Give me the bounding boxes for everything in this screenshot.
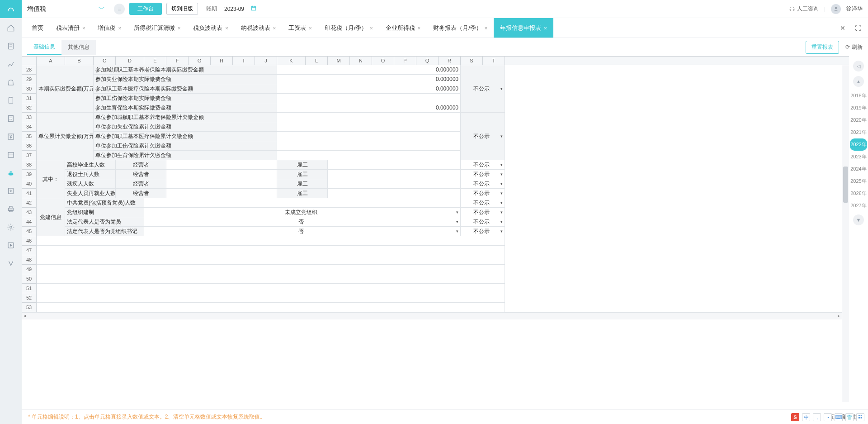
value-cell[interactable] — [328, 160, 461, 170]
tab-所得税汇算清缴[interactable]: 所得税汇算清缴× — [127, 18, 187, 38]
col-header-H[interactable]: H — [211, 57, 233, 65]
tab-纳税波动表[interactable]: 纳税波动表× — [235, 18, 282, 38]
row-header[interactable]: 40 — [22, 179, 37, 189]
value-cell[interactable] — [328, 179, 461, 189]
row-header[interactable]: 29 — [22, 75, 37, 84]
col-header-F[interactable]: F — [166, 57, 189, 65]
old-version-button[interactable]: 切到旧版 — [166, 3, 198, 15]
row-header[interactable]: 38 — [22, 160, 37, 170]
col-header-N[interactable]: N — [350, 57, 372, 65]
nav-clipboard-icon[interactable] — [0, 92, 22, 109]
ime-icon[interactable]: ⌨ — [835, 413, 843, 421]
col-header-T[interactable]: T — [483, 57, 505, 65]
row-header[interactable]: 46 — [22, 236, 37, 246]
year-down-icon[interactable]: ▼ — [853, 214, 864, 225]
display-select[interactable]: 不公示 — [461, 227, 505, 236]
col-header-M[interactable]: M — [328, 57, 350, 65]
year-2026年[interactable]: 2026年 — [850, 187, 867, 200]
row-header[interactable]: 41 — [22, 189, 37, 198]
row-header[interactable]: 34 — [22, 122, 37, 132]
display-select[interactable]: 不公示 — [461, 170, 505, 179]
display-select[interactable]: 不公示 — [461, 179, 505, 189]
col-header-I[interactable]: I — [233, 57, 255, 65]
value-cell[interactable]: 未成立党组织 — [144, 208, 461, 217]
nav-calendar-icon[interactable] — [0, 147, 22, 163]
tab-年报信息申报表[interactable]: 年报信息申报表× — [494, 18, 553, 38]
col-header-K[interactable]: K — [277, 57, 306, 65]
empty-cell[interactable] — [37, 274, 505, 284]
year-2018年[interactable]: 2018年 — [850, 90, 867, 102]
vertical-scrollbar[interactable] — [842, 65, 849, 402]
year-2019年[interactable]: 2019年 — [850, 102, 867, 114]
col-header-L[interactable]: L — [306, 57, 328, 65]
year-2020年[interactable]: 2020年 — [850, 114, 867, 126]
tab-财务报表（月/季）[interactable]: 财务报表（月/季）× — [427, 18, 494, 38]
row-header[interactable]: 36 — [22, 141, 37, 151]
year-2024年[interactable]: 2024年 — [850, 163, 867, 175]
col-header-Q[interactable]: Q — [416, 57, 439, 65]
nav-currency-icon[interactable] — [0, 129, 22, 145]
year-2021年[interactable]: 2021年 — [850, 126, 867, 138]
col-header-S[interactable]: S — [461, 57, 483, 65]
value-cell[interactable] — [328, 170, 461, 179]
col-header-G[interactable]: G — [189, 57, 211, 65]
ime-icon[interactable]: 中 — [802, 413, 810, 421]
close-icon[interactable]: × — [544, 25, 547, 31]
col-header-P[interactable]: P — [394, 57, 416, 65]
value-cell[interactable] — [277, 132, 461, 141]
display-select[interactable]: 不公示 — [461, 160, 505, 170]
close-icon[interactable]: × — [178, 25, 180, 31]
select-all-corner[interactable] — [22, 57, 37, 65]
col-header-D[interactable]: D — [116, 57, 144, 65]
close-tab-button[interactable]: ✕ — [836, 22, 849, 34]
display-select[interactable]: 不公示 — [461, 189, 505, 198]
reset-report-button[interactable]: 重置报表 — [806, 41, 839, 54]
ime-icon[interactable]: S — [791, 413, 799, 421]
row-header[interactable]: 47 — [22, 246, 37, 255]
nav-calc-icon[interactable] — [0, 110, 22, 127]
close-icon[interactable]: × — [118, 25, 121, 31]
avatar-icon[interactable] — [831, 4, 841, 14]
row-header[interactable]: 39 — [22, 170, 37, 179]
close-icon[interactable]: × — [418, 25, 420, 31]
row-header[interactable]: 48 — [22, 255, 37, 265]
col-header-R[interactable]: R — [439, 57, 461, 65]
ime-icon[interactable]: ☷ — [856, 413, 864, 421]
nav-home-icon[interactable] — [0, 20, 22, 36]
tab-工资表[interactable]: 工资表× — [282, 18, 318, 38]
row-header[interactable]: 33 — [22, 113, 37, 122]
close-icon[interactable]: × — [370, 25, 373, 31]
value-cell[interactable] — [166, 160, 277, 170]
empty-cell[interactable] — [37, 265, 505, 274]
nav-export-icon[interactable] — [0, 183, 22, 199]
calendar-icon[interactable] — [250, 5, 257, 13]
value-cell[interactable] — [277, 151, 461, 160]
row-header[interactable]: 52 — [22, 293, 37, 303]
empty-cell[interactable] — [37, 246, 505, 255]
ime-icon[interactable]: ， — [813, 413, 821, 421]
close-icon[interactable]: × — [82, 25, 85, 31]
value-cell[interactable] — [166, 170, 277, 179]
value-cell[interactable] — [328, 189, 461, 198]
nav-gear-icon[interactable] — [0, 219, 22, 235]
tab-税负波动表[interactable]: 税负波动表× — [187, 18, 234, 38]
close-icon[interactable]: × — [309, 25, 311, 31]
expand-tabs-button[interactable]: ⛶ — [852, 22, 864, 34]
tab-印花税（月/季）[interactable]: 印花税（月/季）× — [318, 18, 379, 38]
subtab-other[interactable]: 其他信息 — [61, 40, 96, 55]
row-header[interactable]: 37 — [22, 151, 37, 160]
value-cell[interactable]: 0.000000 — [277, 65, 461, 75]
horizontal-scrollbar[interactable] — [22, 312, 842, 319]
row-header[interactable]: 50 — [22, 274, 37, 284]
empty-cell[interactable] — [37, 303, 505, 312]
row-header[interactable]: 32 — [22, 103, 37, 113]
value-cell[interactable] — [144, 198, 461, 208]
value-cell[interactable] — [277, 141, 461, 151]
year-collapse-left-icon[interactable]: ◁ — [853, 61, 864, 71]
display-select[interactable]: 不公示 — [461, 217, 505, 227]
tab-增值税[interactable]: 增值税× — [91, 18, 127, 38]
nav-bag-icon[interactable] — [0, 74, 22, 91]
tax-type-select[interactable]: 增值税 ﹀ — [27, 5, 109, 13]
display-select[interactable]: 不公示 — [461, 198, 505, 208]
row-header[interactable]: 30 — [22, 84, 37, 94]
